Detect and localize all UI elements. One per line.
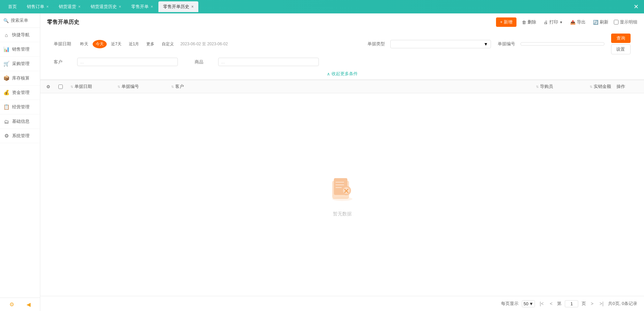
goods-filter-input[interactable]: ...	[218, 58, 319, 66]
sidebar-icon-7: ⚙	[3, 133, 9, 139]
sort-icon: ⇅	[70, 85, 73, 89]
sidebar-icon-1: 📊	[3, 46, 9, 52]
sidebar-item-2[interactable]: 🛒 采购管理	[0, 57, 40, 71]
date-btn-custom[interactable]: 自定义	[159, 40, 177, 48]
sidebar-item-1[interactable]: 📊 销售管理	[0, 42, 40, 57]
date-btn-1month[interactable]: 近1月	[126, 40, 142, 48]
sidebar-icon-3: 📦	[3, 75, 9, 81]
print-icon: 🖨	[544, 20, 548, 25]
show-detail-checkbox[interactable]	[614, 20, 618, 24]
tab-close-icon[interactable]: ×	[78, 4, 81, 9]
th-checkbox[interactable]	[56, 85, 68, 89]
setting-button[interactable]: 设置	[611, 44, 631, 54]
date-btn-7days[interactable]: 近7天	[108, 40, 125, 48]
empty-illustration	[326, 172, 359, 206]
sidebar-item-7[interactable]: ⚙ 系统管理	[0, 129, 40, 143]
page-last-button[interactable]: >|	[598, 300, 605, 307]
pagination: 每页显示 50 ▼ |< < 第 页 > >| 共0页, 0条记录	[40, 296, 644, 311]
collapse-arrow-icon: ∧	[327, 71, 330, 76]
settings-col-icon: ⚙	[46, 84, 50, 89]
delete-button[interactable]: 🗑 删除	[520, 18, 538, 27]
sidebar-item-5[interactable]: 📋 经营管理	[0, 100, 40, 114]
num-filter-input[interactable]	[521, 42, 604, 46]
th-guide[interactable]: ⇅ 导购员	[533, 84, 574, 90]
page-label: 页	[582, 301, 586, 307]
tab-零售开单[interactable]: 零售开单×	[127, 1, 158, 12]
sidebar-item-3[interactable]: 📦 库存核算	[0, 71, 40, 86]
tab-label: 销货退货历史	[91, 4, 117, 10]
tab-销货退货历史[interactable]: 销货退货历史×	[86, 1, 126, 12]
sidebar-item-label-4: 资金管理	[12, 90, 30, 96]
page-size-select[interactable]: 50 ▼	[522, 300, 535, 307]
type-filter-label: 单据类型	[367, 41, 388, 47]
collapse-button[interactable]: ∧ 收起更多条件	[327, 71, 358, 77]
tab-label: 零售开单历史	[163, 4, 189, 10]
sidebar-item-6[interactable]: 🗂 基础信息	[0, 114, 40, 129]
content-area: 零售开单历史 + 新增 🗑 删除 🖨 打印 ▼ 📤	[40, 13, 644, 311]
page-number-input[interactable]	[565, 300, 578, 307]
print-button[interactable]: 🖨 打印 ▼	[542, 18, 565, 27]
export-icon: 📤	[570, 20, 576, 25]
type-select-arrow: ▼	[484, 42, 488, 47]
sidebar-item-label-7: 系统管理	[12, 133, 30, 139]
tab-首页[interactable]: 首页	[3, 1, 21, 12]
sidebar-search-label: 搜索采单	[11, 17, 28, 23]
sidebar-item-label-2: 采购管理	[12, 61, 30, 67]
sort-icon: ⇅	[536, 85, 539, 89]
refresh-button[interactable]: 🔄 刷新	[591, 18, 610, 27]
tab-label: 零售开单	[131, 4, 149, 10]
page-next-button[interactable]: >	[589, 300, 595, 307]
sort-icon: ⇅	[171, 85, 174, 89]
top-bar: 首页销售订单×销货退货×销货退货历史×零售开单×零售开单历史× ✕	[0, 0, 644, 13]
type-filter-select[interactable]: ▼	[390, 40, 491, 48]
page-first-button[interactable]: |<	[538, 300, 545, 307]
table-wrapper: ⚙ ⇅ 单据日期 ⇅ 单据编号 ⇅ 客户 ⇅	[40, 80, 644, 296]
date-buttons: 昨天 今天 近7天 近1月 更多 自定义	[77, 40, 177, 48]
tab-销货退货[interactable]: 销货退货×	[54, 1, 85, 12]
sidebar-item-0[interactable]: ⌂ 快捷导航	[0, 28, 40, 42]
page-title-row: 零售开单历史 + 新增 🗑 删除 🖨 打印 ▼ 📤	[47, 17, 637, 27]
sort-icon: ⇅	[117, 85, 120, 89]
tab-close-icon[interactable]: ×	[151, 4, 153, 9]
show-detail-toggle[interactable]: 显示明细	[614, 19, 637, 25]
export-button[interactable]: 📤 导出	[568, 18, 588, 27]
sidebar-search[interactable]: 🔍 搜索采单	[0, 13, 40, 28]
sort-icon: ⇅	[590, 85, 592, 89]
page-size-arrow: ▼	[529, 301, 533, 306]
table-header: ⚙ ⇅ 单据日期 ⇅ 单据编号 ⇅ 客户 ⇅	[40, 80, 644, 93]
date-btn-yesterday[interactable]: 昨天	[77, 40, 91, 48]
add-button[interactable]: + 新增	[496, 17, 516, 27]
th-action: 操作	[614, 84, 641, 90]
th-date[interactable]: ⇅ 单据日期	[68, 84, 115, 90]
sidebar-icon-6: 🗂	[3, 119, 9, 124]
tab-label: 销货退货	[59, 4, 76, 10]
empty-text: 暂无数据	[333, 211, 352, 217]
window-close-button[interactable]: ✕	[632, 3, 641, 10]
sidebar-item-4[interactable]: 💰 资金管理	[0, 86, 40, 100]
tab-label: 销售订单	[27, 4, 44, 10]
tab-close-icon[interactable]: ×	[46, 4, 49, 9]
date-btn-more[interactable]: 更多	[143, 40, 157, 48]
th-amount[interactable]: ⇅ 实销金额	[574, 84, 614, 90]
tab-close-icon[interactable]: ×	[119, 4, 121, 9]
customer-filter-input[interactable]: ...	[77, 58, 178, 66]
collapse-sidebar-icon[interactable]: ◀	[27, 301, 31, 308]
tab-零售开单历史[interactable]: 零售开单历史×	[158, 1, 198, 12]
goods-filter-label: 商品	[195, 59, 215, 65]
sidebar-icon-4: 💰	[3, 90, 9, 96]
tab-close-icon[interactable]: ×	[191, 4, 194, 9]
th-customer[interactable]: ⇅ 客户	[168, 84, 533, 90]
filter-row-1: 单据日期 昨天 今天 近7天 近1月 更多 自定义 2023-06-02 至 2…	[54, 34, 631, 54]
date-btn-today[interactable]: 今天	[93, 40, 107, 48]
settings-icon[interactable]: ⚙	[9, 301, 14, 308]
query-button-main[interactable]: 查询	[611, 34, 631, 43]
refresh-icon: 🔄	[593, 20, 598, 25]
page-prev-button[interactable]: <	[548, 300, 554, 307]
page-title: 零售开单历史	[47, 19, 79, 26]
th-settings[interactable]: ⚙	[44, 84, 56, 89]
tab-bar: 首页销售订单×销货退货×销货退货历史×零售开单×零售开单历史×	[3, 1, 632, 12]
th-num[interactable]: ⇅ 单据编号	[115, 84, 168, 90]
empty-state: 暂无数据	[40, 93, 644, 296]
select-all-checkbox[interactable]	[58, 85, 63, 89]
tab-销售订单[interactable]: 销售订单×	[22, 1, 53, 12]
